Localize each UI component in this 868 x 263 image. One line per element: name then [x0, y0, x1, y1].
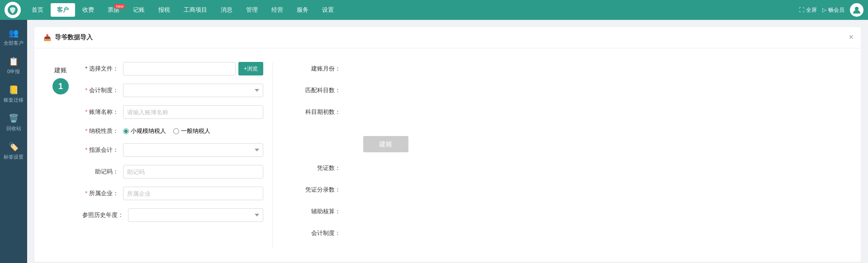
- tax-type-row: 纳税性质： 小规模纳税人 一般纳税人: [82, 127, 263, 135]
- ledger-name-row: 账簿名称：: [82, 105, 263, 119]
- step-section: 建账 1: [52, 62, 69, 248]
- sidebar-label: 回收站: [6, 125, 21, 132]
- voucher-entries-row: 凭证分录数：: [300, 183, 472, 197]
- nav-item-客户[interactable]: 客户: [51, 3, 75, 17]
- step-label: 建账: [54, 66, 67, 75]
- company-label: 所属企业：: [82, 189, 119, 197]
- match-count-row: 匹配科目数：: [300, 84, 472, 97]
- fullscreen-icon: ⛶: [799, 7, 804, 13]
- nav-right: ⛶ 全屏 ▷ 畅会员: [799, 3, 863, 17]
- tax-type-group: 小规模纳税人 一般纳税人: [123, 127, 263, 135]
- period-init-label: 科目期初数：: [300, 108, 341, 116]
- nav-item-经营[interactable]: 经营: [265, 3, 289, 17]
- nav-item-收费[interactable]: 收费: [76, 3, 100, 17]
- company-row: 所属企业：: [82, 187, 263, 200]
- sidebar-icon: 🗑️: [9, 113, 19, 123]
- panel-title: 导爷数据导入: [55, 33, 93, 42]
- sidebar-item-标签设置[interactable]: 🏷️ 标签设置: [1, 138, 26, 164]
- nav-item-服务[interactable]: 服务: [290, 3, 315, 17]
- layout: 👥 全部客户📋 0申报📒 账套迁移🗑️ 回收站🏷️ 标签设置 📥 导爷数据导入 …: [0, 20, 868, 263]
- sidebar-item-账套迁移[interactable]: 📒 账套迁移: [1, 81, 26, 107]
- tax-option-small-label: 小规模纳税人: [131, 127, 166, 135]
- voucher-label: 凭证数：: [300, 164, 341, 172]
- vertical-divider: [272, 62, 273, 248]
- accountant-row: 指派会计：: [82, 143, 263, 157]
- tax-option-small[interactable]: 小规模纳税人: [123, 127, 166, 135]
- memo-label: 助记码：: [82, 168, 119, 176]
- step-circle: 1: [52, 78, 69, 94]
- history-select[interactable]: [128, 208, 263, 222]
- logo[interactable]: [5, 2, 21, 18]
- accountant-label: 指派会计：: [82, 146, 119, 154]
- file-row: * 选择文件： +浏览: [82, 62, 263, 75]
- sidebar-label: 0申报: [7, 68, 20, 75]
- main-content: 📥 导爷数据导入 × 建账 1 * 选择文件： +浏览: [27, 20, 868, 263]
- accounting-row: 会计制度：: [82, 84, 263, 97]
- tax-radio-general[interactable]: [173, 128, 179, 134]
- sidebar-item-全部客户[interactable]: 👥 全部客户: [1, 24, 26, 50]
- play-icon: ▷: [822, 7, 826, 13]
- browse-button[interactable]: +浏览: [238, 62, 263, 75]
- sidebar-label: 账套迁移: [4, 97, 24, 103]
- build-month-label: 建账月份：: [300, 65, 341, 73]
- sidebar-icon: 🏷️: [9, 142, 19, 152]
- memo-input[interactable]: [123, 165, 263, 178]
- nav-item-记账[interactable]: 记账: [127, 3, 151, 17]
- sidebar-icon: 📋: [9, 56, 19, 66]
- svg-point-1: [855, 7, 859, 10]
- fullscreen-label: 全屏: [806, 6, 817, 14]
- history-row: 参照历史年度：: [82, 208, 263, 222]
- history-label: 参照历史年度：: [82, 211, 123, 219]
- company-input[interactable]: [123, 187, 263, 200]
- accountant-select[interactable]: [123, 143, 263, 157]
- file-input[interactable]: [123, 62, 236, 75]
- info-section: 建账月份： 匹配科目数： 科目期初数： 建账: [300, 62, 472, 248]
- sidebar-item-0申报[interactable]: 📋 0申报: [1, 53, 26, 79]
- sidebar-icon: 👥: [9, 28, 19, 38]
- file-label: * 选择文件：: [82, 65, 119, 73]
- panel: 📥 导爷数据导入 × 建账 1 * 选择文件： +浏览: [34, 27, 861, 262]
- panel-title-icon: 📥: [43, 34, 51, 41]
- close-button[interactable]: ×: [849, 33, 854, 42]
- nav-item-票据[interactable]: 票据new: [101, 3, 126, 17]
- nav-item-消息[interactable]: 消息: [214, 3, 239, 17]
- aux-row: 辅助核算：: [300, 205, 472, 218]
- build-button[interactable]: 建账: [363, 136, 408, 152]
- sidebar-item-回收站[interactable]: 🗑️ 回收站: [1, 110, 26, 136]
- fullscreen-btn[interactable]: ⛶ 全屏: [799, 6, 817, 14]
- nav-item-工商项目[interactable]: 工商项目: [177, 3, 213, 17]
- ledger-name-input[interactable]: [123, 105, 263, 119]
- voucher-row: 凭证数：: [300, 161, 472, 175]
- nav-item-设置[interactable]: 设置: [316, 3, 340, 17]
- form-section: * 选择文件： +浏览 会计制度：: [82, 62, 263, 248]
- accounting-system-label: 会计制度：: [300, 229, 341, 237]
- sidebar-label: 全部客户: [4, 40, 24, 47]
- nav-items: 首页客户收费票据new记账报税工商项目消息管理经营服务设置: [25, 3, 799, 17]
- member-label: 畅会员: [828, 6, 844, 14]
- sidebar: 👥 全部客户📋 0申报📒 账套迁移🗑️ 回收站🏷️ 标签设置: [0, 20, 27, 263]
- tax-option-general-label: 一般纳税人: [181, 127, 210, 135]
- match-count-label: 匹配科目数：: [300, 86, 341, 94]
- ledger-name-label: 账簿名称：: [82, 108, 119, 116]
- memo-row: 助记码：: [82, 165, 263, 178]
- member-btn[interactable]: ▷ 畅会员: [822, 6, 844, 14]
- accounting-label: 会计制度：: [82, 86, 119, 94]
- tax-type-label: 纳税性质：: [82, 127, 119, 135]
- file-input-group: +浏览: [123, 62, 263, 75]
- tax-option-general[interactable]: 一般纳税人: [173, 127, 210, 135]
- top-nav: 首页客户收费票据new记账报税工商项目消息管理经营服务设置 ⛶ 全屏 ▷ 畅会员: [0, 0, 868, 20]
- sidebar-label: 标签设置: [4, 154, 24, 160]
- avatar[interactable]: [850, 3, 863, 17]
- nav-item-管理[interactable]: 管理: [240, 3, 264, 17]
- accounting-system-row: 会计制度：: [300, 226, 472, 240]
- nav-badge-票据: new: [114, 4, 125, 9]
- nav-item-报税[interactable]: 报税: [152, 3, 176, 17]
- nav-item-首页[interactable]: 首页: [25, 3, 50, 17]
- accounting-select[interactable]: [123, 84, 263, 97]
- voucher-entries-label: 凭证分录数：: [300, 186, 341, 194]
- aux-label: 辅助核算：: [300, 207, 341, 216]
- panel-header: 📥 导爷数据导入: [34, 27, 861, 48]
- sidebar-icon: 📒: [9, 85, 19, 95]
- build-month-row: 建账月份：: [300, 62, 472, 75]
- tax-radio-small[interactable]: [123, 128, 129, 134]
